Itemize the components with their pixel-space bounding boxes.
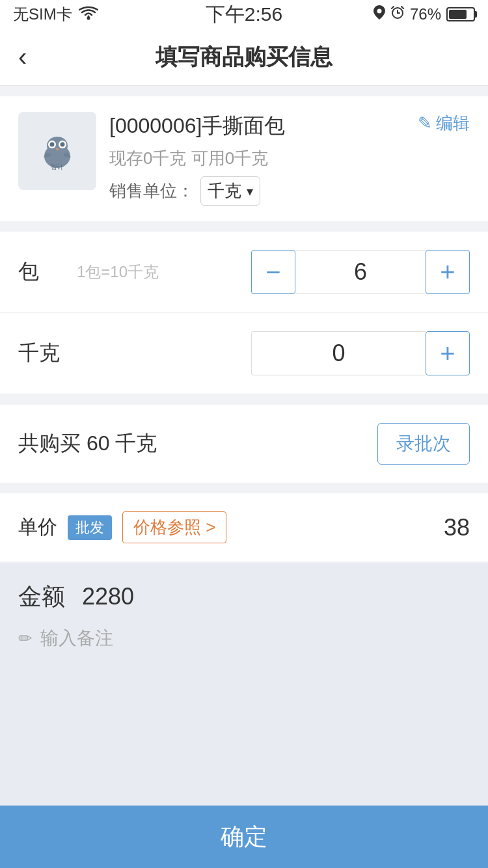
amount-label: 金额 [18, 583, 65, 610]
quantity-row-kg: 千克 + [0, 313, 488, 394]
alarm-icon [390, 5, 405, 23]
location-icon [373, 5, 385, 23]
price-tag: 批发 [68, 515, 112, 540]
product-thumbnail: 智计 [18, 112, 96, 190]
note-placeholder: 输入备注 [40, 626, 113, 651]
battery-icon [446, 7, 475, 21]
quantity-row-bao: 包 1包=10千克 − + [0, 232, 488, 313]
status-bar: 无SIM卡 下午2:56 [0, 0, 488, 29]
price-value: 38 [444, 514, 470, 541]
unit-selector[interactable]: 千克 ▾ [200, 176, 260, 206]
amount-row: 金额 2280 [18, 581, 470, 613]
quantity-input-bao[interactable] [295, 250, 426, 294]
svg-point-0 [87, 16, 90, 20]
product-unit: 销售单位： 千克 ▾ [109, 176, 470, 206]
back-button[interactable]: ‹ [18, 42, 27, 72]
unit-label: 销售单位： [109, 180, 194, 202]
product-name: [0000006]手撕面包 [109, 112, 470, 141]
unit-value: 千克 [208, 180, 241, 202]
svg-text:智计: 智计 [51, 163, 64, 170]
svg-point-1 [377, 9, 381, 14]
batch-button[interactable]: 录批次 [377, 423, 470, 465]
page-title: 填写商品购买信息 [156, 42, 332, 72]
note-pencil-icon: ✏ [18, 629, 33, 649]
quantity-input-kg[interactable] [251, 331, 426, 375]
summary-text: 共购买 60 千克 [18, 429, 157, 458]
nav-bar: ‹ 填写商品购买信息 [0, 29, 488, 86]
product-logo: 智计 [34, 131, 80, 170]
amount-value: 2280 [82, 583, 134, 610]
quantity-section: 包 1包=10千克 − + 千克 + [0, 232, 488, 394]
note-row[interactable]: ✏ 输入备注 [18, 626, 470, 651]
edit-button[interactable]: ✎ 编辑 [418, 112, 470, 135]
quantity-hint-bao: 1包=10千克 [77, 262, 251, 282]
quantity-label-bao: 包 [18, 258, 70, 286]
wifi-icon [79, 6, 98, 23]
carrier-label: 无SIM卡 [13, 4, 72, 25]
confirm-button[interactable]: 确定 [0, 806, 488, 868]
price-ref-label: 价格参照 > [133, 516, 215, 539]
product-info: [0000006]手撕面包 现存0千克 可用0千克 销售单位： 千克 ▾ [109, 112, 470, 206]
quantity-label-kg: 千克 [18, 339, 70, 368]
edit-pencil-icon: ✎ [418, 113, 432, 133]
unit-dropdown-arrow: ▾ [247, 183, 253, 199]
svg-point-8 [61, 142, 65, 147]
product-stock: 现存0千克 可用0千克 [109, 147, 470, 170]
svg-point-7 [50, 142, 55, 147]
product-card: 智计 [0000006]手撕面包 现存0千克 可用0千克 销售单位： 千克 ▾ … [0, 96, 488, 221]
quantity-controls-bao: − + [251, 250, 470, 294]
quantity-controls-kg: + [251, 331, 470, 375]
price-ref-button[interactable]: 价格参照 > [122, 511, 226, 543]
summary-row: 共购买 60 千克 录批次 [0, 405, 488, 483]
edit-label: 编辑 [436, 112, 470, 135]
battery-percentage: 76% [410, 5, 441, 23]
time-label: 下午2:56 [206, 1, 282, 28]
decrement-bao-button[interactable]: − [251, 250, 295, 294]
increment-kg-button[interactable]: + [426, 331, 470, 375]
increment-bao-button[interactable]: + [426, 250, 470, 294]
price-label: 单价 [18, 514, 57, 541]
price-section: 单价 批发 价格参照 > 38 [0, 493, 488, 562]
amount-section: 金额 2280 ✏ 输入备注 [0, 563, 488, 669]
